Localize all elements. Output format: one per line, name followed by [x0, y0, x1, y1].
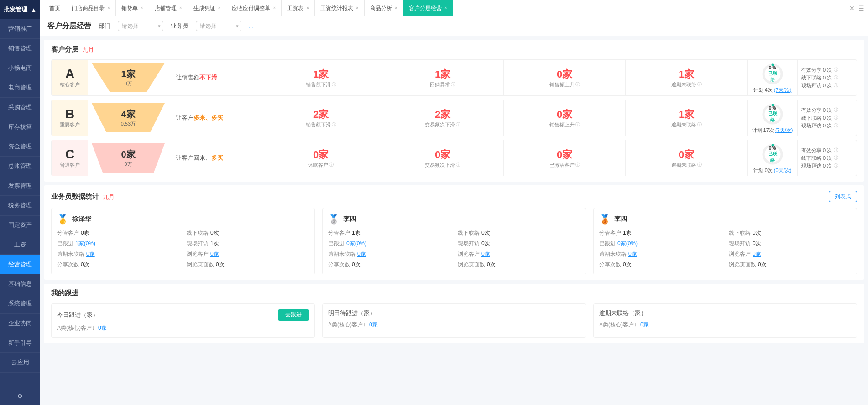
sidebar-item-xiaodian[interactable]: 小畅电商: [0, 58, 40, 78]
sidebar-item-shuiwu[interactable]: 税务管理: [0, 196, 40, 216]
staff-select[interactable]: 请选择: [196, 21, 241, 31]
tab-close-xiaohuodan[interactable]: ×: [141, 0, 143, 16]
sidebar-item-qiye[interactable]: 企业协同: [0, 314, 40, 333]
tab-shangpinfenxi[interactable]: 商品分析×: [365, 0, 403, 16]
stat-num: 1家: [435, 68, 450, 81]
tab-close-dianshanpuguanli[interactable]: ×: [179, 0, 182, 16]
tab-gongzitjbg[interactable]: 工资统计报表×: [315, 0, 365, 16]
follow-col-title-1: 明日待跟进（家）: [328, 309, 376, 317]
tier-stat-c-2[interactable]: 0家已激活客户 ⓘ: [503, 140, 625, 176]
sidebar-item-xitong[interactable]: 系统管理: [0, 294, 40, 314]
sidebar-top[interactable]: 批发管理 ▲: [0, 0, 40, 19]
sidebar-item-yun[interactable]: 云应用: [0, 353, 40, 373]
tab-kehufengcengjingying[interactable]: 客户分层经营×: [403, 0, 453, 16]
sidebar-item-zijin[interactable]: 资金管理: [0, 137, 40, 157]
tier-amount-b: 0.53万: [121, 121, 136, 127]
tier-stat-b-0[interactable]: 2家销售额下滑 ⓘ: [260, 100, 382, 136]
sidebar-item-xinshou[interactable]: 新手引导: [0, 333, 40, 353]
tab-close-mendianshanpinmulu[interactable]: ×: [107, 0, 110, 16]
stat-num: 0家: [435, 148, 450, 162]
tab-label-gongzitjbg: 工资统计报表: [320, 0, 353, 16]
tier-stat-a-3[interactable]: 1家逾期未联络 ⓘ: [625, 60, 747, 95]
biz-name-0: 徐泽华: [72, 215, 91, 223]
tab-close-shangpinfenxi[interactable]: ×: [395, 0, 397, 16]
tab-close-gongzibiao[interactable]: ×: [306, 0, 309, 16]
tier-stat-a-1[interactable]: 1家回购异常 ⓘ: [382, 60, 503, 95]
sidebar-item-gongzi[interactable]: 工资: [0, 235, 40, 255]
sidebar-item-kucun[interactable]: 库存核算: [0, 117, 40, 137]
sidebar-item-caigou[interactable]: 采购管理: [0, 98, 40, 117]
right-stat-row: 线下联络 0 次 ⓘ: [801, 155, 853, 162]
tier-circle-a: 0% 已联络 计划 4次 (7天/次): [747, 60, 797, 95]
tier-stat-c-1[interactable]: 0家交易频次下滑 ⓘ: [382, 140, 503, 176]
tab-close-kehufengcengjingying[interactable]: ×: [444, 0, 447, 16]
sidebar-item-dianshangg[interactable]: 电商管理: [0, 78, 40, 98]
biz-card-2: 🥉李四分管客户1家线下联络0次已跟进0家(0%)现场拜访0次逾期未联络0家浏览客…: [593, 208, 857, 274]
follow-grid: 今日跟进（家）去跟进A类(核心)客户↓0家明日待跟进（家）A类(核心)客户↓0家…: [51, 303, 857, 338]
tab-label-gongzibiao: 工资表: [287, 0, 303, 16]
biz-title-area: 业务员数据统计 九月: [51, 192, 115, 201]
tab-menu-icon[interactable]: ☰: [858, 5, 864, 12]
tab-shengchengpinzheng[interactable]: 生成凭证×: [188, 0, 227, 16]
biz-row-2-6: 分享次数0次: [599, 261, 722, 268]
sidebar-item-gudingzichan[interactable]: 固定资产: [0, 216, 40, 235]
dept-select-wrapper: 请选择: [118, 21, 163, 31]
tab-yingshouzhifu[interactable]: 应收应付调整单×: [226, 0, 282, 16]
tab-close-all-icon[interactable]: ✕: [849, 5, 855, 12]
sidebar-item-fapiao[interactable]: 发票管理: [0, 176, 40, 196]
more-filter-btn[interactable]: ...: [249, 23, 254, 30]
tab-close-yingshouzhifu[interactable]: ×: [273, 0, 276, 16]
tab-xiaohuodan[interactable]: 销货单×: [116, 0, 149, 16]
tabs-bar: 首页门店商品目录×销货单×店铺管理×生成凭证×应收应付调整单×工资表×工资统计报…: [40, 0, 868, 16]
follow-sub-row-1: A类(核心)客户↓0家: [328, 321, 580, 329]
tier-rows: A核心客户1家0万让销售额不下滑1家销售额下滑 ⓘ1家回购异常 ⓘ0家销售额上升…: [51, 59, 857, 176]
tier-right-stats-b: 有效分享 0 次 ⓘ线下联络 0 次 ⓘ现场拜访 0 次 ⓘ: [797, 100, 857, 136]
follow-col-title-2: 逾期未联络（家）: [599, 309, 647, 317]
follow-title: 我的跟进: [51, 289, 78, 298]
sidebar-item-jichu[interactable]: 基础信息: [0, 274, 40, 294]
tab-close-gongzitjbg[interactable]: ×: [356, 0, 359, 16]
circle-container: 0% 已联络: [761, 142, 784, 166]
tier-stat-a-2[interactable]: 0家销售额上升 ⓘ: [503, 60, 625, 95]
right-stat-row: 现场拜访 0 次 ⓘ: [801, 122, 853, 129]
tier-stat-b-2[interactable]: 0家销售额上升 ⓘ: [503, 100, 625, 136]
biz-name-1: 李四: [343, 215, 356, 223]
medal-icon-0: 🥇: [57, 214, 68, 225]
tier-label-c: C普通客户: [52, 140, 88, 176]
circle-container: 0% 已联络: [761, 102, 784, 126]
stat-num: 1家: [313, 68, 329, 81]
tab-dianshanpuguanli[interactable]: 店铺管理×: [149, 0, 188, 16]
follow-btn-0[interactable]: 去跟进: [278, 309, 309, 321]
tier-stat-b-1[interactable]: 2家交易频次下滑 ⓘ: [382, 100, 503, 136]
tier-stat-c-3[interactable]: 0家逾期未联络 ⓘ: [625, 140, 747, 176]
sidebar-gear[interactable]: ⚙: [0, 387, 40, 405]
tab-gongzibiao[interactable]: 工资表×: [282, 0, 315, 16]
dept-select[interactable]: 请选择: [118, 21, 163, 31]
stat-label: 已激活客户 ⓘ: [549, 162, 580, 168]
tab-home[interactable]: 首页: [44, 0, 66, 16]
sidebar-item-jingying[interactable]: 经营管理: [0, 255, 40, 274]
stat-num: 0家: [557, 108, 572, 121]
biz-row-2-3: 现场拜访0次: [729, 240, 851, 247]
tab-mendianshanpinmulu[interactable]: 门店商品目录×: [66, 0, 116, 16]
biz-header: 业务员数据统计 九月 列表式: [51, 191, 857, 202]
stat-label: 销售额下滑 ⓘ: [306, 81, 336, 88]
sidebar-collapse-icon[interactable]: ▲: [31, 6, 37, 13]
tier-stat-a-0[interactable]: 1家销售额下滑 ⓘ: [260, 60, 382, 95]
biz-section: 业务员数据统计 九月 列表式 🥇徐泽华分管客户0家线下联络0次已跟进1家(0%)…: [44, 185, 864, 280]
tab-close-shengchengpinzheng[interactable]: ×: [218, 0, 221, 16]
stat-num: 2家: [313, 108, 329, 121]
dept-label: 部门: [99, 22, 110, 30]
sidebar-item-xiaoshou[interactable]: 销售管理: [0, 39, 40, 58]
sidebar-item-yingxiao[interactable]: 营销推广: [0, 19, 40, 39]
tier-stat-c-0[interactable]: 0家休眠客户 ⓘ: [260, 140, 382, 176]
biz-row-0-1: 线下联络0次: [187, 229, 309, 237]
follow-header: 我的跟进: [51, 289, 857, 298]
biz-month-badge: 九月: [103, 193, 115, 201]
tier-stat-b-3[interactable]: 1家逾期未联络 ⓘ: [625, 100, 747, 136]
sidebar-item-zhangzhang[interactable]: 总账管理: [0, 157, 40, 176]
stat-label: 交易频次下滑 ⓘ: [425, 162, 460, 168]
biz-row-1-7: 浏览页面数0次: [458, 261, 580, 268]
stat-label: 逾期未联络 ⓘ: [671, 81, 702, 88]
list-view-btn[interactable]: 列表式: [829, 191, 857, 202]
